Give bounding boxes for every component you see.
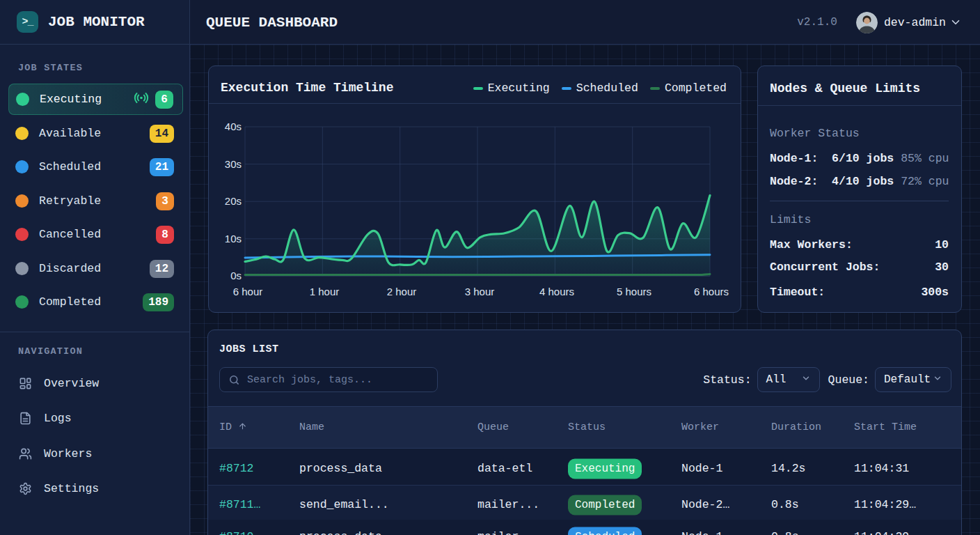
svg-text:2 hour: 2 hour	[387, 286, 417, 297]
svg-text:3 hour: 3 hour	[465, 286, 495, 297]
svg-text:10s: 10s	[225, 233, 242, 245]
svg-text:5 hours: 5 hours	[617, 286, 651, 297]
svg-text:4 hours: 4 hours	[539, 286, 574, 297]
svg-text:20s: 20s	[225, 195, 242, 207]
svg-text:1 hour: 1 hour	[310, 286, 340, 297]
svg-text:0s: 0s	[230, 270, 242, 281]
svg-text:30s: 30s	[225, 158, 242, 170]
svg-text:6 hour: 6 hour	[233, 286, 263, 297]
svg-text:6 hours: 6 hours	[694, 286, 729, 297]
svg-text:40s: 40s	[225, 121, 242, 132]
